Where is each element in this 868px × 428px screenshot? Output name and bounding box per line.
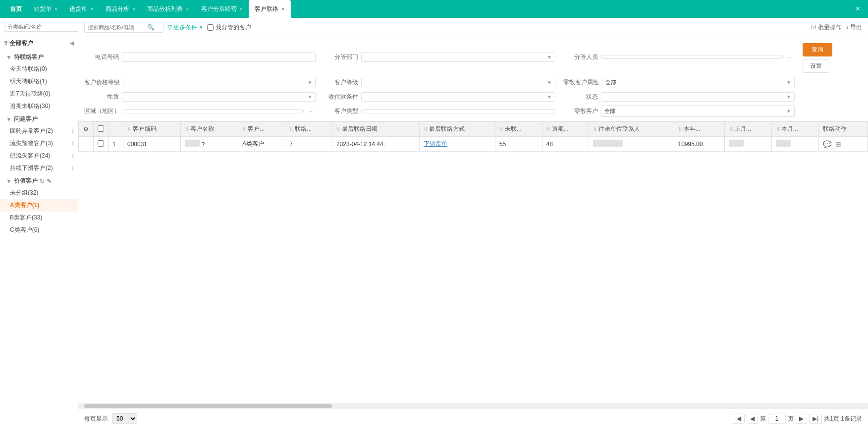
cell-this-year: 10995.00 — [674, 137, 725, 152]
cell-last-method[interactable]: 下销货单 — [419, 137, 495, 152]
retail-customer-select[interactable]: 全部 ▼ — [601, 106, 795, 117]
prev-page-btn[interactable]: ◀ — [747, 414, 758, 424]
col-last-month[interactable]: ⇅上月... — [725, 122, 772, 137]
unit-contact-blurred — [593, 140, 623, 147]
close-purchase-icon[interactable]: × — [90, 6, 93, 12]
topbar-purchase[interactable]: 进货单 × — [63, 0, 99, 18]
qr-icon[interactable]: ⊞ — [835, 140, 841, 148]
horizontal-scrollbar[interactable] — [78, 403, 868, 409]
col-category[interactable]: ⇅客户... — [238, 122, 285, 137]
table-gear-icon[interactable]: ⚙ — [83, 126, 89, 133]
sidebar-item-overdue[interactable]: 逾期未联络(30) — [0, 100, 78, 112]
sidebar-item-repurchase-abnormal[interactable]: 回购异常客户(2) ℹ — [0, 125, 78, 137]
sidebar-item-declining[interactable]: 持续下滑客户(2) ℹ — [0, 162, 78, 174]
sidebar-item-today[interactable]: 今天待联络(0) — [0, 63, 78, 75]
filter-search-icon[interactable]: 🔍 — [147, 24, 155, 31]
col-no-contact[interactable]: ⇅未联... — [495, 122, 542, 137]
arrow-icon: ▼ — [6, 54, 12, 61]
group-problem-customers[interactable]: ▼ 问题客户 — [0, 112, 78, 125]
sidebar-item-churn-warning[interactable]: 流失预警客户(3) ℹ — [0, 137, 78, 150]
topbar-product-analysis[interactable]: 商品分析 × — [100, 0, 141, 18]
customer-grade-arrow: ▼ — [547, 80, 552, 85]
collapse-icon[interactable]: ◀ — [70, 40, 74, 47]
query-button[interactable]: 查询 — [803, 43, 832, 56]
close-product-list-icon[interactable]: × — [186, 6, 189, 12]
retail-attr-select[interactable]: 全部 ▼ — [602, 77, 795, 88]
nature-select[interactable]: ▼ — [122, 92, 316, 102]
region-dots[interactable]: ··· — [307, 108, 316, 115]
my-customers-checkbox[interactable] — [207, 24, 214, 31]
col-unit-contact[interactable]: ⇅往来单位联系人 — [589, 122, 674, 137]
close-customer-segment-icon[interactable]: × — [240, 6, 243, 12]
col-this-month[interactable]: ⇅本月... — [771, 122, 818, 137]
scrollbar-thumb[interactable] — [84, 404, 332, 408]
edit-icon[interactable]: ✎ — [47, 178, 52, 185]
close-customer-contact-icon[interactable]: × — [281, 6, 284, 12]
next-page-btn[interactable]: ▶ — [796, 414, 807, 424]
refresh-icon[interactable]: ↻ — [40, 178, 45, 185]
group-value-customers[interactable]: ▼ 价值客户 ↻ ✎ — [0, 174, 78, 187]
customer-type-label: 客户类型 — [324, 107, 358, 115]
sidebar-item-7days[interactable]: 近7天待联络(0) — [0, 88, 78, 100]
first-page-btn[interactable]: |◀ — [732, 414, 745, 424]
sidebar-search-input[interactable] — [4, 22, 79, 32]
col-contact[interactable]: ⇅联络... — [285, 122, 332, 137]
row-checkbox[interactable] — [98, 140, 104, 147]
sidebar-item-b-class[interactable]: B类客户(33) — [0, 212, 78, 224]
customer-type-select[interactable] — [361, 109, 555, 113]
sidebar-item-a-class[interactable]: A类客户(1) — [0, 199, 78, 212]
phone-input[interactable] — [122, 52, 316, 62]
topbar-global-close[interactable]: × — [852, 4, 864, 13]
filter-search-input[interactable] — [88, 24, 147, 30]
close-sales-icon[interactable]: × — [54, 6, 57, 12]
col-gear[interactable]: ⚙ — [79, 122, 94, 137]
topbar-customer-segment[interactable]: 客户分层经营 × — [195, 0, 249, 18]
sidebar-item-c-class[interactable]: C类客户(6) — [0, 224, 78, 236]
per-page-select[interactable]: 50 100 200 — [112, 413, 137, 424]
sidebar-item-churned[interactable]: 已流失客户(24) ℹ — [0, 150, 78, 162]
sort-icon8: ⇅ — [546, 126, 550, 132]
info-icon1: ℹ — [72, 128, 74, 134]
export-btn[interactable]: ↓ 导出 — [846, 23, 862, 32]
filter-row-person: 分管人员 ··· — [563, 41, 795, 73]
topbar-home[interactable]: 首页 — [4, 0, 28, 18]
col-last-date[interactable]: ⇅最后联络日期 — [332, 122, 419, 137]
close-product-analysis-icon[interactable]: × — [132, 6, 135, 12]
my-customers-filter[interactable]: 我分管的客户 — [207, 23, 251, 32]
col-checkbox — [94, 122, 108, 137]
batch-ops-btn[interactable]: ☑ 批量操作 — [811, 23, 842, 32]
cell-last-date: 2023-04-12 14:44: — [332, 137, 419, 152]
col-this-year[interactable]: ⇅本年... — [674, 122, 725, 137]
sidebar-item-tomorrow[interactable]: 明天待联络(1) — [0, 75, 78, 88]
topbar-sales[interactable]: 销货单 × — [28, 0, 63, 18]
topbar-customer-contact[interactable]: 客户联络 × — [249, 0, 290, 18]
region-select[interactable] — [123, 109, 304, 113]
customer-grade-label: 客户等级 — [324, 78, 358, 87]
customer-grade-select[interactable]: ▼ — [361, 78, 555, 87]
info-icon2: ℹ — [72, 140, 74, 147]
sidebar-all-customers[interactable]: ⠿ 全部客户 ◀ — [0, 36, 78, 51]
settings-button[interactable]: 设置 — [803, 59, 829, 73]
sidebar-item-ungrouped[interactable]: 未分组(32) — [0, 187, 78, 199]
group-pending-contact[interactable]: ▼ 待联络客户 — [0, 51, 78, 63]
col-last-method[interactable]: ⇅最后联络方式 — [419, 122, 495, 137]
status-select[interactable]: ▼ — [601, 92, 795, 102]
page-input[interactable] — [768, 414, 786, 424]
dept-select[interactable]: ▼ — [361, 53, 555, 62]
price-grade-select[interactable]: ▼ — [123, 78, 316, 87]
topbar-product-list[interactable]: 商品分析列表 × — [141, 0, 195, 18]
last-page-btn[interactable]: ▶| — [809, 414, 822, 424]
cell-name: ? — [181, 137, 238, 152]
col-overdue[interactable]: ⇅逾期... — [542, 122, 589, 137]
payment-select[interactable]: ▼ — [361, 92, 555, 102]
person-select[interactable] — [601, 55, 783, 59]
select-all-checkbox[interactable] — [98, 125, 104, 132]
total-page-label: 页 — [788, 415, 794, 423]
col-code[interactable]: ⇅客户编码 — [123, 122, 181, 137]
filter-more-btn[interactable]: ▽ 更多条件 ∧ — [167, 23, 203, 32]
col-name[interactable]: ⇅客户名称 — [181, 122, 238, 137]
chat-icon[interactable]: 💬 — [823, 140, 831, 148]
nature-label: 性质 — [84, 93, 119, 101]
person-dots[interactable]: ··· — [786, 54, 795, 60]
content-area: 🔍 ▽ 更多条件 ∧ 我分管的客户 ☑ 批量操作 ↓ 导出 — [78, 18, 868, 428]
